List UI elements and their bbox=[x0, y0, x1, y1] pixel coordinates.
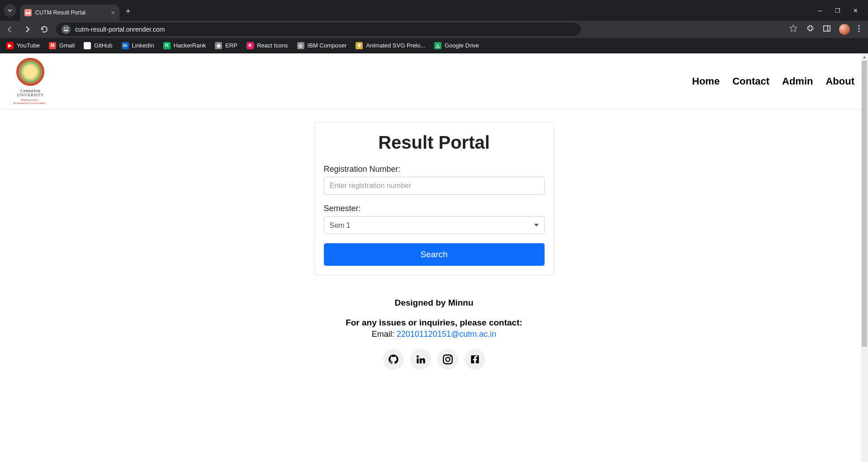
designed-by: Designed by Minnu bbox=[0, 298, 868, 308]
bookmark-item[interactable]: ◉ERP bbox=[215, 42, 237, 49]
svg-point-6 bbox=[858, 28, 859, 29]
contact-heading: For any issues or inquiries, please cont… bbox=[0, 318, 868, 328]
tab-search-dropdown[interactable] bbox=[4, 4, 16, 17]
bookmark-label: Google Drive bbox=[445, 42, 479, 49]
search-button[interactable]: Search bbox=[324, 243, 545, 266]
logo-tagline-2: Empowering Communities... bbox=[10, 102, 51, 105]
semester-label: Semester: bbox=[324, 204, 545, 213]
browser-toolbar: cutm-result-portal.onrender.com bbox=[0, 21, 868, 38]
logo-emblem-icon bbox=[16, 58, 44, 86]
window-minimize-icon[interactable]: ─ bbox=[818, 7, 822, 14]
bookmark-label: YouTube bbox=[17, 42, 40, 49]
reload-button[interactable] bbox=[39, 25, 50, 33]
logo-tagline-1: Shaping Lives... bbox=[10, 99, 51, 102]
linkedin-icon[interactable] bbox=[410, 349, 431, 370]
window-maximize-icon[interactable]: ❐ bbox=[835, 7, 840, 14]
svg-point-10 bbox=[450, 356, 451, 358]
bookmark-item[interactable]: inLinkedIn bbox=[122, 42, 154, 49]
scrollbar-thumb[interactable] bbox=[862, 61, 867, 347]
svg-point-1 bbox=[67, 28, 68, 29]
svg-point-0 bbox=[64, 28, 66, 29]
extensions-icon[interactable] bbox=[806, 24, 815, 35]
bookmark-item[interactable]: ♛Animated SVG Prelo... bbox=[356, 42, 425, 49]
bookmark-label: Gmail bbox=[59, 42, 75, 49]
bookmark-item[interactable]: ▶YouTube bbox=[6, 42, 40, 49]
bookmark-favicon-icon: M bbox=[49, 42, 56, 49]
registration-input[interactable] bbox=[324, 177, 545, 195]
bookmark-item[interactable]: HHackerRank bbox=[163, 42, 206, 49]
bookmark-item[interactable]: ghGitHub bbox=[84, 42, 112, 49]
address-bar[interactable]: cutm-result-portal.onrender.com bbox=[56, 23, 581, 36]
email-label: Email: bbox=[372, 330, 397, 339]
window-close-icon[interactable]: ✕ bbox=[853, 7, 858, 14]
scroll-up-icon[interactable]: ▲ bbox=[861, 53, 868, 61]
side-panel-icon[interactable] bbox=[823, 24, 831, 34]
bookmark-favicon-icon: in bbox=[122, 42, 129, 49]
registration-label: Registration Number: bbox=[324, 165, 545, 174]
bookmark-label: IBM Composer bbox=[308, 42, 347, 49]
result-form-card: Result Portal Registration Number: Semes… bbox=[314, 122, 554, 275]
window-controls: ─ ❐ ✕ bbox=[818, 7, 864, 14]
bookmark-label: LinkedIn bbox=[132, 42, 154, 49]
page-header: Centurion UNIVERSITY Shaping Lives... Em… bbox=[0, 53, 868, 109]
forward-button[interactable] bbox=[22, 25, 33, 33]
browser-tab-strip: CUTM Result Portal × + ─ ❐ ✕ bbox=[0, 0, 868, 21]
bookmark-item[interactable]: ⚛React Icons bbox=[247, 42, 288, 49]
bookmark-label: React Icons bbox=[257, 42, 288, 49]
bookmark-item[interactable]: MGmail bbox=[49, 42, 75, 49]
tab-title: CUTM Result Portal bbox=[35, 9, 107, 16]
logo-subname: UNIVERSITY bbox=[10, 93, 51, 98]
contact-email-line: Email: 220101120151@cutm.ac.in bbox=[0, 330, 868, 339]
nav-link-home[interactable]: Home bbox=[692, 75, 720, 87]
nav-link-admin[interactable]: Admin bbox=[782, 75, 813, 87]
bookmarks-bar: ▶YouTubeMGmailghGitHubinLinkedInHHackerR… bbox=[0, 38, 868, 53]
svg-point-5 bbox=[858, 25, 859, 26]
kebab-menu-icon[interactable] bbox=[858, 25, 860, 34]
svg-rect-3 bbox=[824, 26, 830, 31]
instagram-icon[interactable] bbox=[437, 349, 458, 370]
profile-avatar[interactable] bbox=[839, 24, 850, 35]
tab-close-icon[interactable]: × bbox=[111, 9, 115, 16]
bookmark-item[interactable]: △Google Drive bbox=[434, 42, 479, 49]
nav-link-contact[interactable]: Contact bbox=[732, 75, 769, 87]
bookmark-favicon-icon: ⚛ bbox=[247, 42, 254, 49]
back-button[interactable] bbox=[5, 25, 15, 33]
card-title: Result Portal bbox=[324, 132, 545, 153]
svg-point-7 bbox=[858, 30, 859, 32]
page-viewport: Centurion UNIVERSITY Shaping Lives... Em… bbox=[0, 53, 868, 462]
page-footer: Designed by Minnu For any issues or inqu… bbox=[0, 298, 868, 370]
new-tab-button[interactable]: + bbox=[126, 7, 131, 16]
bookmark-favicon-icon: gh bbox=[84, 42, 91, 49]
main-nav: HomeContactAdminAbout bbox=[692, 75, 854, 87]
svg-rect-2 bbox=[64, 30, 68, 31]
github-icon[interactable] bbox=[383, 349, 404, 370]
bookmark-label: GitHub bbox=[94, 42, 112, 49]
bookmark-star-icon[interactable] bbox=[789, 24, 798, 35]
tab-favicon-icon bbox=[24, 9, 32, 16]
bookmark-favicon-icon: H bbox=[163, 42, 171, 49]
svg-point-9 bbox=[446, 357, 450, 361]
url-text: cutm-result-portal.onrender.com bbox=[75, 26, 165, 33]
bookmark-item[interactable]: ◎IBM Composer bbox=[297, 42, 347, 49]
bookmark-favicon-icon: △ bbox=[434, 42, 441, 49]
facebook-icon[interactable] bbox=[465, 349, 485, 370]
university-logo[interactable]: Centurion UNIVERSITY Shaping Lives... Em… bbox=[10, 58, 51, 104]
contact-email-link[interactable]: 220101120151@cutm.ac.in bbox=[397, 330, 496, 339]
site-info-icon[interactable] bbox=[62, 25, 71, 34]
bookmark-label: Animated SVG Prelo... bbox=[366, 42, 425, 49]
bookmark-label: HackerRank bbox=[174, 42, 206, 49]
bookmark-favicon-icon: ◎ bbox=[297, 42, 304, 49]
social-icons-row bbox=[0, 349, 868, 370]
bookmark-favicon-icon: ♛ bbox=[356, 42, 363, 49]
bookmark-favicon-icon: ▶ bbox=[6, 42, 14, 49]
vertical-scrollbar[interactable]: ▲ bbox=[861, 53, 868, 462]
nav-link-about[interactable]: About bbox=[825, 75, 854, 87]
browser-tab-active[interactable]: CUTM Result Portal × bbox=[20, 5, 119, 21]
bookmark-favicon-icon: ◉ bbox=[215, 42, 222, 49]
semester-select[interactable]: Sem 1 bbox=[324, 216, 545, 234]
bookmark-label: ERP bbox=[225, 42, 237, 49]
